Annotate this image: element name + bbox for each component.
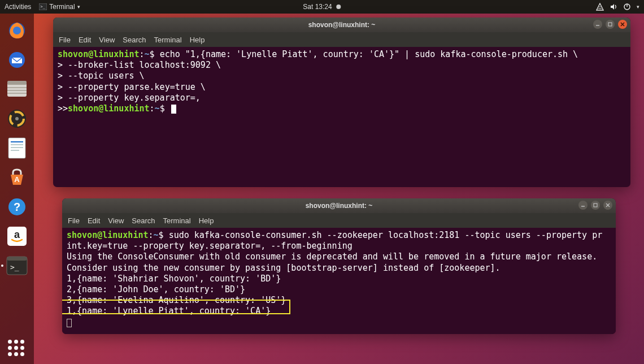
maximize-button[interactable]	[591, 201, 600, 210]
output-record: 1,{name: 'Shahriar Shovon', country: 'BD…	[67, 274, 281, 284]
command-line: echo "1,{name: 'Lynelle Piatt', country:…	[160, 49, 578, 59]
svg-text:a: a	[14, 229, 20, 240]
svg-rect-16	[11, 141, 23, 142]
menu-terminal[interactable]: Terminal	[154, 36, 182, 44]
output-record: 1,{name: 'Lynelle Piatt', country: 'CA'}	[67, 306, 271, 316]
menubar: File Edit View Search Terminal Help	[53, 32, 630, 47]
minimize-button[interactable]	[593, 20, 602, 29]
activities-button[interactable]: Activities	[5, 3, 31, 11]
svg-text:>_: >_	[10, 263, 19, 271]
terminal-body[interactable]: shovon@linuxhint:~$ sudo kafka-console-c…	[62, 228, 616, 334]
menu-edit[interactable]: Edit	[88, 216, 100, 225]
output-record: 3,{name: 'Evelina Aquilino', country: 'U…	[67, 295, 286, 305]
svg-rect-17	[11, 144, 23, 145]
svg-text:>_: >_	[41, 5, 46, 9]
cursor	[171, 105, 176, 114]
launcher-files[interactable]	[5, 77, 29, 102]
menu-terminal[interactable]: Terminal	[163, 216, 191, 225]
continuation-line: >>	[58, 103, 68, 114]
svg-rect-10	[7, 90, 27, 91]
svg-rect-8	[7, 81, 27, 85]
close-button[interactable]	[618, 20, 627, 29]
terminal-window-consumer: shovon@linuxhint: ~ File Edit View Searc…	[62, 198, 616, 334]
menu-file[interactable]: File	[68, 216, 80, 225]
launcher-thunderbird[interactable]	[5, 47, 29, 72]
svg-point-5	[13, 27, 21, 34]
menu-view[interactable]: View	[99, 36, 115, 44]
terminal-icon: >_	[39, 3, 47, 11]
prompt-symbol: $	[160, 103, 165, 114]
titlebar[interactable]: shovon@linuxhint: ~	[53, 18, 630, 32]
menu-search[interactable]: Search	[132, 216, 155, 225]
menu-file[interactable]: File	[59, 36, 71, 44]
cursor	[67, 319, 72, 327]
continuation-line: > --topic users \	[58, 71, 145, 81]
launcher-firefox[interactable]	[5, 18, 29, 43]
menu-edit[interactable]: Edit	[79, 36, 91, 44]
launcher: A ? a >_	[0, 14, 34, 364]
volume-icon[interactable]	[610, 3, 617, 11]
notification-dot-icon	[337, 5, 341, 9]
menu-help[interactable]: Help	[190, 36, 205, 44]
prompt-symbol: $	[159, 230, 164, 240]
output-line: Consider using the new consumer by passi…	[67, 263, 501, 273]
prompt-user: shovon@linuxhint	[68, 103, 150, 114]
svg-rect-19	[11, 150, 19, 151]
svg-text:A: A	[14, 175, 20, 184]
titlebar[interactable]: shovon@linuxhint: ~	[62, 198, 616, 213]
command-line: int.key=true --property key.separator=, …	[67, 241, 353, 251]
continuation-line: > --broker-list localhost:9092 \	[58, 60, 221, 70]
launcher-writer[interactable]	[5, 136, 29, 161]
app-menu-label: Terminal	[49, 3, 75, 11]
output-line: Using the ConsoleConsumer with old consu…	[67, 252, 597, 262]
launcher-rhythmbox[interactable]	[5, 106, 29, 131]
terminal-window-producer: shovon@linuxhint: ~ File Edit View Searc…	[53, 18, 630, 187]
maximize-button[interactable]	[606, 20, 615, 29]
prompt-path: ~	[155, 103, 160, 114]
output-record: 2,{name: 'John Doe', country: 'BD'}	[67, 284, 245, 294]
svg-point-14	[15, 117, 19, 120]
continuation-line: > --property parse.key=true \	[58, 82, 206, 92]
window-title: shovon@linuxhint: ~	[306, 202, 373, 210]
launcher-help[interactable]: ?	[5, 194, 29, 219]
terminal-body[interactable]: shovon@linuxhint:~$ echo "1,{name: 'Lyne…	[53, 47, 630, 119]
prompt-path: ~	[145, 49, 150, 59]
app-menu[interactable]: >_ Terminal ▾	[39, 3, 80, 11]
prompt-user: shovon@linuxhint	[58, 49, 140, 59]
svg-text:?: ?	[14, 201, 20, 213]
svg-rect-18	[11, 147, 23, 148]
menu-view[interactable]: View	[108, 216, 124, 225]
svg-rect-33	[594, 203, 597, 207]
show-applications-button[interactable]	[8, 340, 24, 356]
topbar: Activities >_ Terminal ▾ Sat 13:24 ▾	[0, 0, 644, 14]
network-icon[interactable]	[596, 3, 604, 11]
svg-rect-26	[7, 257, 27, 261]
menu-search[interactable]: Search	[123, 36, 146, 44]
clock[interactable]: Sat 13:24	[303, 3, 341, 11]
prompt-symbol: $	[150, 49, 155, 59]
svg-rect-29	[608, 23, 612, 26]
chevron-down-icon[interactable]: ▾	[637, 4, 639, 10]
window-title: shovon@linuxhint: ~	[308, 21, 376, 29]
menu-help[interactable]: Help	[199, 216, 214, 225]
launcher-terminal[interactable]: >_	[5, 253, 29, 278]
chevron-down-icon: ▾	[77, 4, 80, 10]
minimize-button[interactable]	[578, 201, 588, 210]
menubar: File Edit View Search Terminal Help	[62, 213, 616, 228]
launcher-amazon[interactable]: a	[5, 224, 29, 249]
prompt-path: ~	[154, 230, 159, 240]
command-line: sudo kafka-console-consumer.sh --zookeep…	[169, 230, 603, 240]
clock-label: Sat 13:24	[303, 3, 332, 11]
close-button[interactable]	[603, 201, 612, 210]
continuation-line: > --property key.separator=,	[58, 93, 201, 103]
launcher-software[interactable]: A	[5, 165, 29, 190]
svg-rect-11	[7, 93, 27, 94]
power-icon[interactable]	[623, 3, 631, 11]
svg-rect-9	[7, 87, 27, 88]
prompt-user: shovon@linuxhint	[67, 230, 149, 240]
